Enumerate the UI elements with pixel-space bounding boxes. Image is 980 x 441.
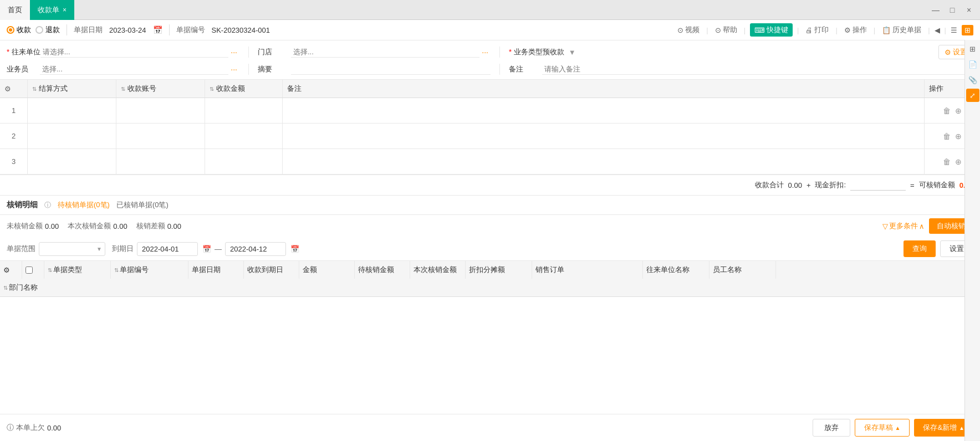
radio-refund[interactable]: 退款 — [35, 25, 60, 35]
row-2-settle[interactable] — [28, 124, 116, 148]
tab-home[interactable]: 首页 — [0, 0, 30, 20]
current-label: 本次核销金额 — [68, 221, 111, 231]
biz-dropdown-icon[interactable]: ▼ — [569, 48, 576, 57]
bth-amount: 金额 — [299, 261, 355, 279]
row-3-copy-icon[interactable]: ⊕ — [955, 157, 962, 166]
date-from-input[interactable] — [137, 242, 198, 256]
th-settle: ⇅ 结算方式 — [28, 80, 116, 98]
biz-value: 预收款 — [543, 47, 564, 57]
done-tab[interactable]: 已核销单据(0笔) — [116, 200, 169, 210]
bth-type: ⇅ 单据类型 — [44, 261, 111, 279]
shortcut-btn[interactable]: ⌨ 快捷键 — [750, 23, 793, 37]
shop-label: 门店 — [258, 47, 291, 57]
cal-from-icon[interactable]: 📅 — [202, 245, 211, 253]
date-to-input[interactable] — [225, 242, 286, 256]
maximize-button[interactable]: □ — [946, 3, 959, 17]
history-btn[interactable]: 📋 历史单据 — [880, 24, 923, 36]
row-1-delete-icon[interactable]: 🗑 — [943, 106, 951, 115]
summary-input[interactable] — [291, 64, 491, 75]
row-3-delete-icon[interactable]: 🗑 — [943, 157, 951, 166]
gear-icon[interactable]: ⚙ — [4, 85, 11, 93]
filter-icon: ▽ — [882, 222, 888, 230]
minimize-button[interactable]: — — [929, 3, 942, 17]
rp-expand-icon[interactable]: ⤢ — [966, 89, 979, 102]
grid-view-icon[interactable]: ⊞ — [962, 25, 973, 35]
bth-gear[interactable]: ⚙ — [0, 261, 22, 279]
th-gear[interactable]: ⚙ — [0, 80, 28, 98]
bth-current: 本次核销金额 — [410, 261, 466, 279]
row-3-num: 3 — [0, 149, 28, 174]
th-account: ⇅ 收款账号 — [116, 80, 205, 98]
draft-btn[interactable]: 保存草稿 ▲ — [855, 419, 910, 437]
row-2-amount[interactable] — [205, 124, 283, 148]
rp-attachment-icon[interactable]: 📎 — [966, 73, 979, 86]
query-btn[interactable]: 查询 — [904, 240, 936, 257]
print-btn[interactable]: 🖨 打印 — [803, 24, 831, 36]
row-1-remark[interactable] — [283, 98, 925, 123]
help-btn[interactable]: ⊙ 帮助 — [713, 24, 739, 36]
balance-info: ⓘ 本单上欠 0.00 — [7, 423, 61, 433]
radio-receipt[interactable]: 收款 — [7, 25, 31, 35]
nav-prev-icon[interactable]: ◀ — [935, 26, 940, 34]
employee-more-icon[interactable]: ··· — [228, 65, 239, 74]
row-3-account[interactable] — [116, 149, 205, 174]
row-1-amount[interactable] — [205, 98, 283, 123]
rp-doc-icon[interactable]: 📄 — [966, 58, 979, 71]
list-view-icon[interactable]: ☰ — [951, 26, 957, 34]
row-2-copy-icon[interactable]: ⊕ — [955, 132, 962, 141]
pending-tab[interactable]: 待核销单据(0笔) — [58, 200, 110, 210]
bth-pending: 待核销金额 — [355, 261, 410, 279]
summary-label: 摘要 — [258, 64, 291, 74]
row-2-delete-icon[interactable]: 🗑 — [943, 132, 951, 141]
discount-input[interactable] — [850, 180, 906, 191]
operation-icon: ⚙ — [844, 26, 851, 34]
row-2-remark[interactable] — [283, 124, 925, 148]
video-btn[interactable]: ⊙ 视频 — [675, 24, 702, 36]
print-icon: 🖨 — [805, 26, 813, 34]
docnum-value: SK-20230324-001 — [212, 26, 270, 34]
operation-btn[interactable]: ⚙ 操作 — [842, 24, 869, 36]
row-1-settle[interactable] — [28, 98, 116, 123]
bth-docnum: ⇅ 单据编号 — [111, 261, 188, 279]
due-label: 到期日 — [112, 244, 134, 254]
table-row: 1 🗑 ⊕ — [0, 98, 980, 124]
bth-checkbox[interactable] — [22, 261, 44, 279]
range-select[interactable] — [39, 242, 105, 256]
close-button[interactable]: × — [962, 3, 976, 17]
row-2-account[interactable] — [116, 124, 205, 148]
discard-btn[interactable]: 放弃 — [813, 419, 850, 437]
row-1-account[interactable] — [116, 98, 205, 123]
select-all-checkbox[interactable] — [25, 266, 33, 274]
note-input[interactable] — [542, 64, 973, 75]
shop-input[interactable] — [291, 47, 479, 58]
row-3-settle[interactable] — [28, 149, 116, 174]
form-row-1: 往来单位 ··· 门店 ··· 业务类型 预收款 ▼ ⚙ — [7, 45, 973, 59]
row-3-remark[interactable] — [283, 149, 925, 174]
info-icon[interactable]: ⓘ — [44, 201, 51, 210]
note-label: 备注 — [509, 64, 542, 74]
partner-input[interactable] — [40, 47, 229, 58]
total-label: 收款合计 — [755, 180, 784, 190]
rp-table-icon[interactable]: ⊞ — [966, 42, 979, 55]
more-conditions-btn[interactable]: ▽ 更多条件 ∧ — [882, 221, 925, 231]
radio-receipt-dot — [7, 26, 14, 34]
btable-gear-icon[interactable]: ⚙ — [3, 266, 10, 274]
divider-1 — [67, 24, 67, 35]
employee-input[interactable] — [40, 64, 228, 75]
shop-field: 门店 ··· — [258, 47, 491, 58]
tab-close-icon[interactable]: × — [63, 0, 67, 20]
biz-label: 业务类型 — [509, 47, 543, 57]
row-1-copy-icon[interactable]: ⊕ — [955, 106, 962, 115]
form-row-2: 业务员 ··· 摘要 备注 — [7, 64, 973, 75]
cal-to-icon[interactable]: 📅 — [290, 245, 299, 253]
unreconciled-stat: 未核销金额 0.00 — [7, 221, 59, 231]
sort-type-icon: ⇅ — [48, 267, 52, 273]
row-3-amount[interactable] — [205, 149, 283, 174]
partner-more-icon[interactable]: ··· — [228, 48, 239, 57]
date-label: 单据日期 — [74, 25, 103, 35]
discount-label: 现金折扣: — [815, 180, 846, 190]
tab-receipt[interactable]: 收款单 × — [30, 0, 74, 20]
shop-more-icon[interactable]: ··· — [479, 48, 491, 57]
btable-header: ⚙ ⇅ 单据类型 ⇅ 单据编号 单据日期 收款到期日 金额 — [0, 261, 980, 297]
calendar-icon[interactable]: 📅 — [153, 25, 162, 34]
